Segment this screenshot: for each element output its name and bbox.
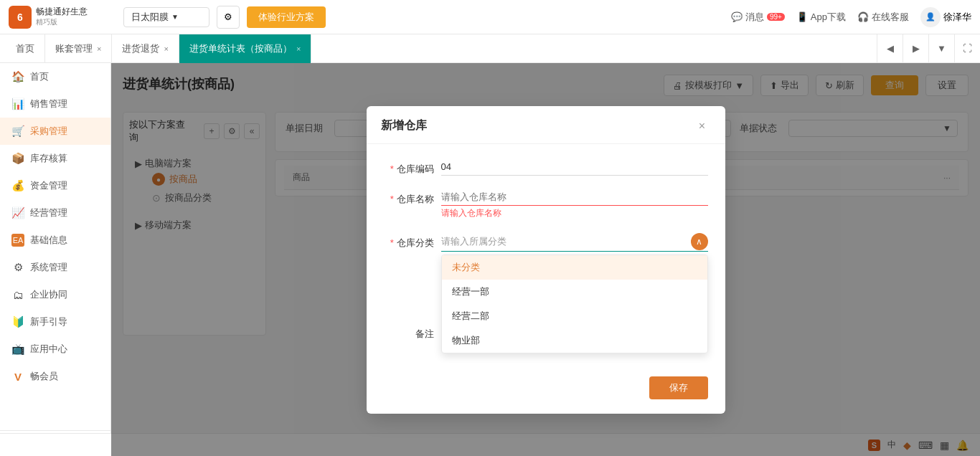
save-button[interactable]: 保存 — [649, 376, 708, 399]
sidebar-item-basic[interactable]: EA 基础信息 — [0, 227, 110, 254]
store-selector[interactable]: 日太阳膜 ▼ — [123, 7, 209, 27]
tab-home[interactable]: 首页 — [6, 34, 45, 63]
tab-purchase-stats[interactable]: 进货单统计表（按商品） × — [179, 34, 311, 63]
modal-body: 仓库编码 仓库名称 请输入仓库名称 — [367, 144, 725, 368]
message-icon: 💬 — [731, 11, 743, 22]
username: 徐泽华 — [943, 11, 971, 24]
name-label: 仓库名称 — [384, 189, 434, 206]
tab-purchase-return-label: 进货退货 — [122, 42, 159, 55]
option-uncategorized[interactable]: 未分类 — [442, 255, 707, 280]
sidebar-appcenter-label: 应用中心 — [30, 343, 67, 356]
tab-account-close[interactable]: × — [97, 44, 101, 53]
category-dropdown[interactable]: 请输入所属分类 ∧ — [441, 232, 708, 252]
app-download-item[interactable]: 📱 App下载 — [796, 11, 846, 24]
sidebar-finance-label: 资金管理 — [30, 179, 67, 192]
sidebar-operation-label: 经营管理 — [30, 206, 67, 219]
tab-controls: ◀ ▶ ▼ ⛶ — [877, 34, 980, 63]
modal-close-button[interactable]: × — [694, 118, 711, 135]
sidebar-item-finance[interactable]: 💰 资金管理 — [0, 172, 110, 199]
modal-title: 新增仓库 — [381, 118, 427, 133]
online-service-label: 在线客服 — [872, 11, 909, 24]
note-label: 备注 — [384, 323, 434, 341]
gear-icon: ⚙ — [224, 11, 232, 22]
tab-scroll-left[interactable]: ◀ — [877, 34, 903, 63]
category-chevron-icon[interactable]: ∧ — [691, 233, 708, 250]
guide-icon: 🔰 — [11, 315, 24, 328]
sidebar-vip-label: 畅会员 — [30, 370, 58, 383]
message-badge: 99+ — [767, 13, 785, 21]
option-dept1[interactable]: 经营一部 — [442, 280, 707, 304]
code-input[interactable] — [441, 158, 708, 176]
tab-purchase-return-close[interactable]: × — [164, 44, 168, 53]
top-header: 6 畅捷通好生意 精巧版 日太阳膜 ▼ ⚙ 体验行业方案 💬 消息 99+ 📱 … — [0, 0, 980, 34]
sidebar-item-vip[interactable]: V 畅会员 — [0, 363, 110, 390]
headset-icon: 🎧 — [857, 11, 869, 22]
basic-icon: EA — [11, 234, 24, 247]
logo-text: 畅捷通好生意 — [36, 6, 88, 18]
sidebar-item-home[interactable]: 🏠 首页 — [0, 63, 110, 90]
sidebar-guide-label: 新手引导 — [30, 315, 67, 328]
phone-icon: 📱 — [796, 11, 808, 22]
online-service-item[interactable]: 🎧 在线客服 — [857, 11, 909, 24]
messages-label: 消息 — [745, 11, 764, 24]
gear-button[interactable]: ⚙ — [217, 6, 240, 29]
system-icon: ⚙ — [11, 261, 24, 274]
tab-account[interactable]: 账套管理 × — [45, 34, 112, 63]
finance-icon: 💰 — [11, 179, 24, 192]
sidebar-purchase-label: 采购管理 — [30, 125, 67, 138]
modal-overlay: 新增仓库 × 仓库编码 仓库名称 — [111, 63, 980, 456]
category-label: 仓库分类 — [384, 232, 434, 250]
category-field-row: 仓库分类 请输入所属分类 ∧ 未分类 经营一部 经营二部 物业 — [384, 232, 708, 252]
operation-icon: 📈 — [11, 206, 24, 219]
sidebar-item-sales[interactable]: 📊 销售管理 — [0, 90, 110, 118]
sidebar-sales-label: 销售管理 — [30, 98, 67, 110]
store-chevron-icon: ▼ — [171, 13, 179, 21]
logo-area: 6 畅捷通好生意 精巧版 — [9, 6, 116, 29]
main-layout: 🏠 首页 📊 销售管理 🛒 采购管理 📦 库存核算 💰 资金管理 📈 经营管理 … — [0, 63, 980, 456]
name-input[interactable] — [441, 189, 708, 206]
category-placeholder: 请输入所属分类 — [441, 235, 507, 248]
name-field-row: 仓库名称 请输入仓库名称 — [384, 189, 708, 219]
tab-purchase-return[interactable]: 进货退货 × — [112, 34, 179, 63]
category-dropdown-list: 未分类 经营一部 经营二部 物业部 — [441, 255, 708, 353]
messages-item[interactable]: 💬 消息 99+ — [731, 11, 785, 24]
inventory-icon: 📦 — [11, 152, 24, 165]
category-input-wrapper: 请输入所属分类 ∧ 未分类 经营一部 经营二部 物业部 — [441, 232, 708, 252]
sidebar-item-system[interactable]: ⚙ 系统管理 — [0, 254, 110, 281]
collab-icon: 🗂 — [11, 288, 24, 301]
option-property[interactable]: 物业部 — [442, 328, 707, 353]
appcenter-icon: 📺 — [11, 343, 24, 356]
sidebar-item-operation[interactable]: 📈 经营管理 — [0, 199, 110, 227]
name-input-wrapper: 请输入仓库名称 — [441, 189, 708, 219]
tab-menu[interactable]: ▼ — [928, 34, 954, 63]
option-dept2[interactable]: 经营二部 — [442, 304, 707, 328]
sidebar-item-purchase[interactable]: 🛒 采购管理 — [0, 118, 110, 145]
trial-button[interactable]: 体验行业方案 — [247, 6, 326, 28]
tab-purchase-stats-close[interactable]: × — [296, 44, 301, 53]
sidebar: 🏠 首页 📊 销售管理 🛒 采购管理 📦 库存核算 💰 资金管理 📈 经营管理 … — [0, 63, 111, 456]
sidebar-basic-label: 基础信息 — [30, 234, 67, 247]
tab-bar: 首页 账套管理 × 进货退货 × 进货单统计表（按商品） × ◀ ▶ ▼ ⛶ — [0, 34, 980, 63]
sidebar-item-collab[interactable]: 🗂 企业协同 — [0, 281, 110, 308]
code-label: 仓库编码 — [384, 158, 434, 176]
logo-sub: 精巧版 — [36, 17, 88, 27]
sidebar-item-guide[interactable]: 🔰 新手引导 — [0, 308, 110, 336]
sidebar-item-appcenter[interactable]: 📺 应用中心 — [0, 336, 110, 363]
modal-header: 新增仓库 × — [367, 106, 725, 144]
app-download-label: App下载 — [811, 11, 846, 24]
header-right: 💬 消息 99+ 📱 App下载 🎧 在线客服 👤 徐泽华 — [731, 7, 971, 27]
tab-scroll-right[interactable]: ▶ — [903, 34, 928, 63]
sidebar-collab-label: 企业协同 — [30, 288, 67, 301]
sidebar-item-inventory[interactable]: 📦 库存核算 — [0, 145, 110, 172]
code-field-row: 仓库编码 — [384, 158, 708, 176]
sidebar-system-label: 系统管理 — [30, 261, 67, 274]
modal-footer: 保存 — [367, 368, 725, 414]
sales-icon: 📊 — [11, 98, 24, 110]
name-error-msg: 请输入仓库名称 — [441, 207, 708, 219]
content-area: 进货单统计(按商品) 🖨 按模板打印 ▼ ⬆ 导出 ↻ 刷新 查询 设置 — [111, 63, 980, 456]
user-area[interactable]: 👤 徐泽华 — [920, 7, 971, 27]
tab-expand[interactable]: ⛶ — [954, 34, 980, 63]
sidebar-home-label: 首页 — [30, 70, 49, 83]
tab-account-label: 账套管理 — [55, 42, 93, 55]
purchase-icon: 🛒 — [11, 125, 24, 138]
